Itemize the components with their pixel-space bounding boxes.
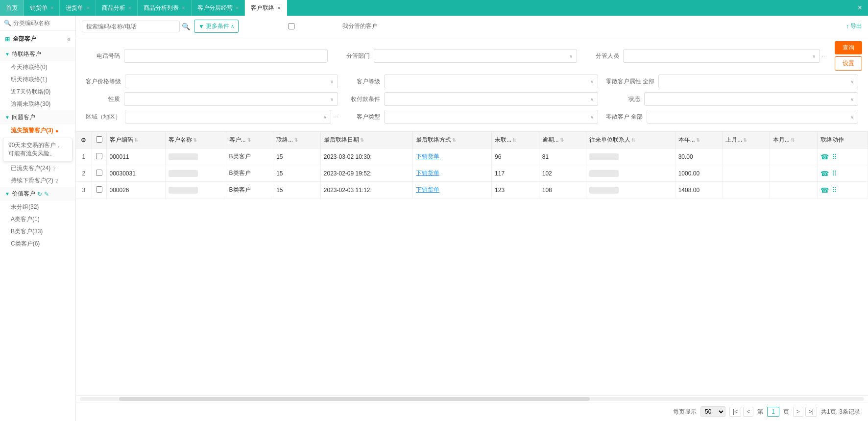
sidebar-section-problem-title[interactable]: ▼ 问题客户 <box>0 110 75 124</box>
horizontal-scrollbar[interactable] <box>76 395 868 402</box>
tab-product-analysis[interactable]: 商品分析 × <box>96 0 138 16</box>
select-all-checkbox[interactable] <box>96 136 102 143</box>
tab-purchase-close[interactable]: × <box>86 5 89 11</box>
row-method-2[interactable]: 下销货单 <box>413 182 492 198</box>
retail-attr-down-arrow: ∨ <box>850 79 854 84</box>
refresh-icon[interactable]: ↻ <box>37 191 42 198</box>
sidebar-section-pending-title[interactable]: ▼ 待联络客户 <box>0 47 75 61</box>
action-contact-2[interactable]: ☎ <box>820 186 829 194</box>
sidebar-search-icon: 🔍 <box>4 20 11 26</box>
row-checkbox-1[interactable] <box>92 165 106 182</box>
tab-purchase[interactable]: 进货单 × <box>60 0 96 16</box>
sidebar-item-class-b[interactable]: B类客户(33) <box>0 225 75 238</box>
sidebar-root[interactable]: ⊞ 全部客户 « <box>0 31 75 47</box>
filter-person-select[interactable]: ∨ <box>623 49 820 63</box>
sidebar-item-churned[interactable]: 已流失客户(24) ? <box>0 162 75 174</box>
th-checkbox[interactable] <box>92 132 106 149</box>
filter-customer-level-select[interactable]: ∨ <box>384 74 598 88</box>
filter-nature-select[interactable]: ∨ <box>124 92 338 106</box>
filter-payment-select[interactable]: ∨ <box>384 92 598 106</box>
tab-customer-contact-close[interactable]: × <box>277 5 280 11</box>
filter-customer-type-select[interactable]: ∨ <box>384 110 598 124</box>
sidebar-section-value: ▼ 价值客户 ↻ ✎ 未分组(32) A类客户(1) B类客户(33) C类客户… <box>0 187 75 250</box>
settings-button[interactable]: 设置 <box>835 56 862 71</box>
sidebar-item-unclassified[interactable]: 未分组(32) <box>0 201 75 213</box>
row-checkbox-0[interactable] <box>92 149 106 165</box>
th-settings[interactable]: ⚙ <box>76 132 92 149</box>
page-size-select[interactable]: 50 100 200 <box>700 406 725 417</box>
sidebar-collapse-icon[interactable]: « <box>67 36 71 43</box>
action-more-0[interactable]: ⠿ <box>832 153 837 161</box>
search-button[interactable]: 🔍 <box>182 23 190 30</box>
sidebar-item-tomorrow[interactable]: 明天待联络(1) <box>0 74 75 86</box>
th-overdue[interactable]: 逾期...⇅ <box>539 132 586 149</box>
filter-phone-input[interactable] <box>124 49 328 63</box>
filter-dept-select[interactable]: ∨ <box>374 49 578 63</box>
filter-status-select[interactable]: ∨ <box>644 92 858 106</box>
action-more-2[interactable]: ⠿ <box>832 186 837 194</box>
th-last-date[interactable]: 最后联络日期⇅ <box>320 132 412 149</box>
row-method-1[interactable]: 下销货单 <box>413 165 492 182</box>
tab-product-analysis-close[interactable]: × <box>128 5 131 11</box>
sidebar-item-overdue[interactable]: 逾期未联络(30) <box>0 98 75 110</box>
scroll-thumb <box>119 397 590 401</box>
th-type[interactable]: 客户...⇅ <box>226 132 273 149</box>
sidebar-item-class-c[interactable]: C类客户(6) <box>0 238 75 250</box>
th-name[interactable]: 客户名称⇅ <box>165 132 226 149</box>
tab-home[interactable]: 首页 <box>0 0 24 16</box>
filter-more-1[interactable]: ··· <box>822 52 827 59</box>
tab-customer-layer-close[interactable]: × <box>236 5 239 11</box>
tab-customer-contact[interactable]: 客户联络 × <box>245 0 287 16</box>
tab-product-analysis-list-close[interactable]: × <box>182 5 185 11</box>
sidebar-section-value-title[interactable]: ▼ 价值客户 ↻ ✎ <box>0 187 75 201</box>
th-last-month[interactable]: 上月...⇅ <box>723 132 770 149</box>
filter-more-2[interactable]: ··· <box>333 113 338 120</box>
row-type-1: B类客户 <box>226 165 273 182</box>
sidebar-item-declining[interactable]: 持续下滑客户(2) ? <box>0 174 75 187</box>
next-page-button[interactable]: > <box>793 407 803 417</box>
my-customers-checkbox[interactable] <box>242 23 340 29</box>
filter-retail-select[interactable]: ∨ <box>647 110 858 124</box>
sidebar-search-input[interactable] <box>13 20 76 26</box>
scroll-track <box>80 397 864 401</box>
dept-down-arrow: ∨ <box>569 53 573 59</box>
tab-sales[interactable]: 销货单 × <box>24 0 60 16</box>
filter-retail-attr-label: 零散客户属性 全部 <box>606 77 654 86</box>
prev-page-button[interactable]: < <box>743 407 753 417</box>
filter-region-select[interactable]: ∨ <box>125 110 331 124</box>
th-this-year[interactable]: 本年...⇅ <box>675 132 723 149</box>
row-actions-2: ☎ ⠿ <box>817 182 868 198</box>
export-button[interactable]: ↑ 导出 <box>846 22 862 30</box>
row-this-month-1 <box>770 165 817 182</box>
row-method-0[interactable]: 下销货单 <box>413 149 492 165</box>
first-page-button[interactable]: |< <box>729 407 741 417</box>
th-last-method[interactable]: 最后联络方式⇅ <box>413 132 492 149</box>
sidebar-item-class-a[interactable]: A类客户(1) <box>0 213 75 225</box>
th-this-month[interactable]: 本月...⇅ <box>770 132 817 149</box>
window-close-button[interactable]: × <box>856 1 864 14</box>
filter-price-select[interactable]: ∨ <box>125 74 338 88</box>
action-contact-0[interactable]: ☎ <box>820 153 829 161</box>
th-uncontacted[interactable]: 未联...⇅ <box>492 132 539 149</box>
th-code[interactable]: 客户编码⇅ <box>106 132 165 149</box>
th-contact-count[interactable]: 联络...⇅ <box>273 132 321 149</box>
row-checkbox-2[interactable] <box>92 182 106 198</box>
sidebar-item-7days[interactable]: 近7天待联络(0) <box>0 86 75 98</box>
sidebar-item-churn-warning[interactable]: 流失预警客户(3) ● <box>0 124 75 137</box>
tab-product-analysis-list[interactable]: 商品分析列表 × <box>138 0 191 16</box>
tab-customer-layer[interactable]: 客户分层经营 × <box>192 0 245 16</box>
action-more-1[interactable]: ⠿ <box>832 170 837 177</box>
filter-retail-attr-select[interactable]: ∨ <box>658 74 858 88</box>
edit-icon[interactable]: ✎ <box>44 191 49 198</box>
tab-sales-close[interactable]: × <box>50 5 53 11</box>
arrow-icon2: ▼ <box>5 115 10 120</box>
row-last-month-1 <box>723 165 770 182</box>
last-page-button[interactable]: >| <box>805 407 817 417</box>
filter-button[interactable]: ▼ 更多条件 ∧ <box>194 20 239 33</box>
th-contacts[interactable]: 往来单位联系人⇅ <box>586 132 675 149</box>
filter-icon: ▼ <box>198 23 204 30</box>
action-contact-1[interactable]: ☎ <box>820 170 829 177</box>
sidebar-item-today[interactable]: 今天待联络(0) <box>0 61 75 74</box>
query-button[interactable]: 查询 <box>835 41 862 54</box>
search-input[interactable] <box>82 21 180 32</box>
